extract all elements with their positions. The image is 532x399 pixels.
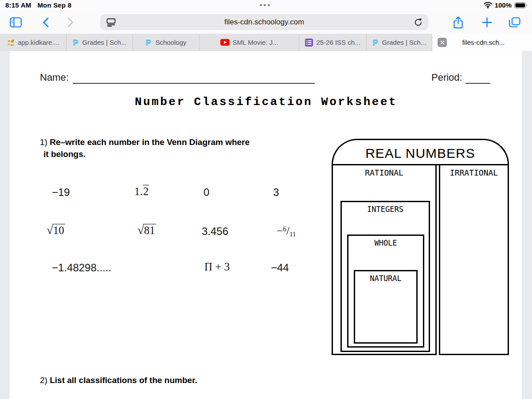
powerschool-icon: P (145, 39, 152, 47)
address-bar[interactable]: files-cdn.schoology.com (100, 14, 428, 30)
safari-toolbar: files-cdn.schoology.com (0, 11, 532, 34)
status-time: 8:15 AM (5, 1, 31, 9)
tab-label: Grades | Sch... (382, 39, 426, 46)
svg-text:P: P (373, 39, 378, 47)
number-repeating-1-2: 1.2 (134, 185, 149, 198)
question-2-number: 2) (40, 376, 47, 385)
number-3-456: 3.456 (202, 225, 228, 238)
tab-label: files-cdn.sch... (462, 39, 520, 46)
question-1-number: 1) (40, 137, 47, 147)
question-1-text-line2: it belongs. (40, 148, 315, 160)
sidebar-panel-icon[interactable] (8, 11, 23, 34)
whole-label: WHOLE (348, 236, 423, 247)
tab-grades-1[interactable]: P Grades | Sch... (66, 34, 133, 51)
tab-iss-checklist[interactable]: 25-26 ISS ch... (299, 34, 367, 51)
name-label: Name: (40, 72, 69, 83)
forward-icon[interactable] (65, 11, 76, 34)
ipad-safari-screen: 8:15 AMMon Sep 8 100% (0, 0, 532, 399)
close-icon[interactable] (438, 38, 447, 47)
venn-diagram: REAL NUMBERS RATIONAL IRRATIONAL INTEGER… (332, 139, 509, 356)
tab-label: app.kidkare.... (18, 39, 59, 46)
list-icon (305, 39, 313, 47)
natural-label: NATURAL (355, 271, 416, 283)
battery-icon (514, 2, 528, 8)
question-1-text-line1: Re–write each number in the Venn Diagram… (50, 137, 250, 147)
tabs-overview-icon[interactable] (508, 11, 521, 34)
natural-box: NATURAL (354, 270, 418, 344)
number-neg44: −44 (271, 262, 289, 274)
number-neg-1-48298: −1.48298..... (52, 262, 111, 274)
tab-label: 25-26 ISS ch... (316, 39, 360, 46)
number-sqrt-81: √81 (137, 223, 156, 237)
kidkare-icon (7, 39, 15, 46)
svg-text:P: P (73, 39, 78, 47)
url-text: files-cdn.schoology.com (224, 18, 304, 27)
number-sqrt-10: √10 (47, 223, 65, 237)
tab-grades-2[interactable]: P Grades | Sch... (367, 34, 432, 51)
worksheet-title: Number Classification Worksheet (0, 95, 532, 109)
powerschool-icon: P (73, 39, 79, 47)
period-blank-line (466, 72, 490, 84)
svg-text:P: P (146, 39, 151, 47)
number-pi-plus-3: Π + 3 (204, 261, 230, 273)
clock: 8:15 AMMon Sep 8 (5, 1, 71, 9)
period-label: Period: (431, 72, 462, 83)
wifi-icon (484, 2, 492, 8)
number-zero: 0 (203, 186, 209, 199)
status-date: Mon Sep 8 (37, 1, 71, 9)
question-2: 2) List all classifications of the numbe… (40, 374, 350, 386)
tab-files-cdn-active[interactable]: files-cdn.sch... (432, 34, 532, 51)
integers-label: INTEGERS (342, 202, 429, 214)
status-indicators: 100% (484, 1, 528, 9)
irrational-box: IRRATIONAL (439, 165, 509, 355)
tab-label: Schoology (155, 39, 186, 46)
pdf-viewer[interactable]: Name: Period: Number Classification Work… (0, 51, 532, 399)
powerschool-icon: P (372, 39, 379, 47)
real-numbers-region: REAL NUMBERS (332, 139, 509, 165)
reload-icon[interactable] (414, 18, 423, 27)
real-numbers-label: REAL NUMBERS (333, 140, 508, 161)
multitasking-dots-icon (260, 4, 270, 6)
rational-label: RATIONAL (333, 165, 435, 177)
number-neg-6-11: −6/11 (277, 225, 296, 238)
youtube-icon (220, 39, 230, 46)
question-1: 1) Re–write each number in the Venn Diag… (40, 136, 315, 160)
status-bar: 8:15 AMMon Sep 8 100% (0, 0, 532, 11)
tab-label: SML Movie: J... (233, 39, 278, 46)
new-tab-icon[interactable] (481, 11, 493, 34)
name-blank-line (73, 72, 315, 84)
back-icon[interactable] (40, 11, 51, 34)
tab-kidkare[interactable]: app.kidkare.... (0, 34, 66, 51)
reader-icon[interactable] (106, 18, 116, 27)
tab-sml-movie[interactable]: SML Movie: J... (200, 34, 299, 51)
question-2-text: List all classifications of the number. (50, 376, 197, 385)
irrational-label: IRRATIONAL (440, 165, 508, 177)
tab-bar: app.kidkare.... P Grades | Sch... P Scho… (0, 34, 532, 51)
share-icon[interactable] (452, 11, 464, 34)
number-three: 3 (273, 186, 279, 199)
tab-schoology[interactable]: P Schoology (133, 34, 200, 51)
tab-label: Grades | Sch... (82, 39, 127, 46)
battery-percent: 100% (495, 1, 512, 9)
number-neg19: −19 (52, 186, 70, 199)
